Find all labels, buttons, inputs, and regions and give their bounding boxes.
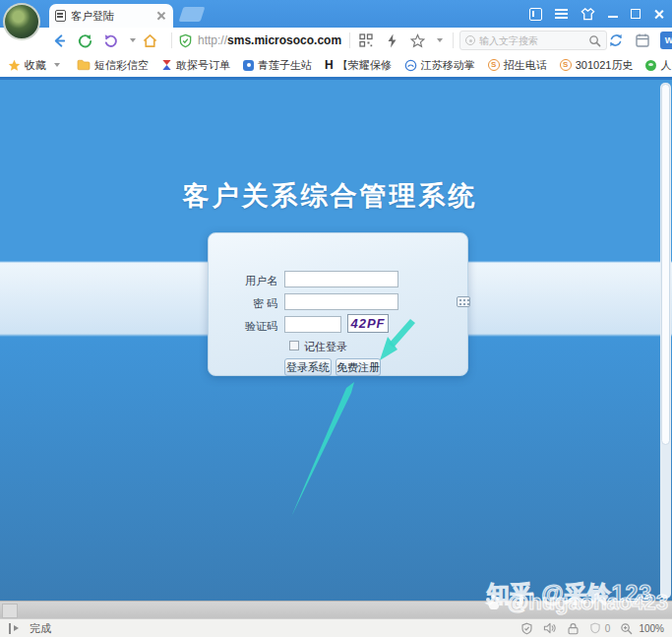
- minimize-icon[interactable]: [608, 16, 618, 18]
- bookmark-item[interactable]: 青莲子生站: [243, 58, 312, 73]
- speaker-icon[interactable]: [543, 622, 557, 634]
- new-tab-button[interactable]: [179, 7, 206, 22]
- horizontal-scrollbar[interactable]: [0, 601, 672, 618]
- blue-badge-icon: [243, 60, 254, 71]
- sync-refresh-icon[interactable]: [607, 32, 625, 49]
- close-icon[interactable]: [653, 9, 664, 20]
- status-bar: 完成 0 100%: [0, 618, 672, 637]
- bookmark-item[interactable]: 短信彩信空: [77, 58, 149, 73]
- honor-h-icon: H: [325, 58, 334, 72]
- search-magnifier-icon[interactable]: [588, 34, 601, 47]
- orange-s-icon: S: [560, 59, 572, 71]
- captcha-label: 验证码: [238, 319, 277, 334]
- bookmark-label: 青莲子生站: [258, 58, 312, 73]
- sidebar-expand-icon[interactable]: [8, 623, 22, 634]
- soft-keyboard-icon[interactable]: [457, 296, 470, 307]
- title-bar: 客户登陆: [0, 0, 672, 28]
- vertical-scrollbar-thumb[interactable]: [661, 84, 670, 445]
- captcha-image[interactable]: 42PF: [347, 314, 389, 333]
- login-button[interactable]: 登录系统: [284, 358, 332, 376]
- skin-shirt-icon[interactable]: [580, 7, 595, 22]
- reader-mode-icon[interactable]: [529, 8, 542, 21]
- url-host: sms.microsoco.com: [227, 33, 341, 47]
- folder-icon: [77, 59, 91, 71]
- bookmark-label: 招生电话: [504, 58, 547, 73]
- orange-s-icon: S: [488, 59, 500, 71]
- browser-window: 客户登陆: [0, 0, 672, 637]
- favorites-label: 收藏: [25, 58, 46, 73]
- flash-lightning-icon[interactable]: [382, 31, 401, 50]
- bookmark-label: 短信彩信空: [94, 58, 149, 73]
- search-box[interactable]: [459, 31, 607, 50]
- bookmark-item[interactable]: 江苏移动掌: [404, 58, 475, 73]
- login-panel: 用户名 密 码 验证码 42PF 记住登录 登录系统 免费注册: [208, 232, 468, 376]
- favorite-star-icon[interactable]: [407, 31, 427, 50]
- undo-dropdown-caret-icon[interactable]: [130, 38, 136, 42]
- maximize-icon[interactable]: [631, 9, 641, 19]
- address-bar[interactable]: http://sms.microsoco.com: [178, 33, 343, 48]
- url-protocol: http://: [198, 33, 227, 47]
- tab-favicon-document-icon: [55, 10, 66, 22]
- hourglass-icon: [161, 59, 172, 71]
- home-icon[interactable]: [140, 31, 159, 50]
- back-icon[interactable]: [49, 31, 69, 50]
- register-button[interactable]: 免费注册: [336, 358, 381, 376]
- menu-icon[interactable]: [555, 9, 568, 20]
- favorites-menu[interactable]: 收藏: [8, 58, 64, 73]
- status-text: 完成: [30, 621, 51, 636]
- bookmark-item[interactable]: S 301021历史: [560, 58, 634, 73]
- zoom-magnifier-icon[interactable]: [620, 622, 633, 635]
- tab-close-icon[interactable]: [155, 10, 167, 22]
- password-label: 密 码: [238, 296, 277, 311]
- word-doc-icon[interactable]: W: [660, 32, 672, 49]
- qr-code-icon[interactable]: [356, 31, 376, 50]
- bookmark-label: 江苏移动掌: [421, 58, 475, 73]
- page-title: 客户关系综合管理系统: [0, 178, 660, 214]
- remember-checkbox[interactable]: [289, 341, 299, 350]
- blocked-count: 0: [605, 623, 611, 634]
- lock-icon[interactable]: [567, 622, 580, 635]
- password-input[interactable]: [284, 293, 398, 310]
- bookmark-item[interactable]: 人间美味—: [645, 58, 672, 73]
- bookmark-item[interactable]: 敢探号订单: [161, 58, 230, 73]
- user-avatar[interactable]: [3, 3, 40, 40]
- search-engine-icon[interactable]: [465, 35, 475, 45]
- remember-label: 记住登录: [304, 340, 347, 354]
- username-input[interactable]: [284, 271, 398, 287]
- green-dot-icon: [645, 60, 656, 71]
- china-mobile-icon: [404, 59, 417, 72]
- bookmark-label: 敢探号订单: [176, 58, 230, 73]
- favorites-star-icon: [8, 59, 21, 72]
- navigation-toolbar: http://sms.microsoco.com: [0, 28, 672, 53]
- bookmark-label: 301021历史: [576, 58, 634, 73]
- bookmark-item[interactable]: H 【荣耀保修: [325, 58, 392, 73]
- bookmark-item[interactable]: S 招生电话: [488, 58, 547, 73]
- undo-icon[interactable]: [100, 31, 120, 50]
- username-label: 用户名: [238, 274, 277, 288]
- tab-title: 客户登陆: [71, 9, 151, 24]
- browser-tab[interactable]: 客户登陆: [49, 4, 173, 28]
- calendar-icon[interactable]: [634, 32, 651, 49]
- refresh-icon[interactable]: [75, 31, 94, 50]
- url-text[interactable]: http://sms.microsoco.com: [198, 33, 341, 47]
- bookmark-label: 人间美味—: [660, 58, 672, 73]
- bookmark-label: 【荣耀保修: [337, 58, 392, 73]
- site-safety-shield-icon[interactable]: [178, 33, 193, 48]
- zoom-level[interactable]: 100%: [639, 623, 664, 634]
- ad-block-shield-icon[interactable]: [589, 622, 601, 634]
- web-page: 客户关系综合管理系统 用户名 密 码 验证码 42PF 记住登录 登录系统 免费…: [0, 77, 672, 601]
- bookmarks-bar: 收藏 短信彩信空 敢探号订单 青莲子生站 H 【荣耀保修 江苏移动掌 S 招生电…: [0, 53, 672, 77]
- vertical-scrollbar[interactable]: [660, 83, 671, 599]
- star-dropdown-caret-icon[interactable]: [437, 38, 443, 42]
- favorites-caret-icon: [54, 63, 60, 67]
- captcha-input[interactable]: [284, 316, 341, 333]
- security-shield-icon[interactable]: [520, 622, 533, 635]
- search-input[interactable]: [479, 35, 584, 46]
